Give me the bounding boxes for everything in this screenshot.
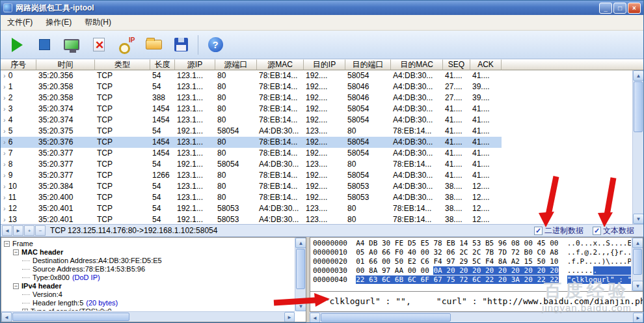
- row-expand-icon[interactable]: ›: [3, 72, 6, 79]
- scroll-left-button[interactable]: ◄: [1, 312, 12, 322]
- packet-row-7[interactable]: ›735:20.377TCP1454123.1...8078:EB:14...1…: [1, 148, 502, 159]
- hex-line-2[interactable]: 00000020 01 66 00 50 E2 C6 F4 97 29 5C F…: [313, 257, 631, 266]
- tree-item-4[interactable]: Type:0x800(DoD IP): [2, 274, 294, 282]
- row-expand-icon[interactable]: ›: [3, 149, 6, 157]
- start-capture-button[interactable]: [4, 33, 30, 57]
- packet-row-1[interactable]: ›135:20.358TCP54123.1...8078:EB:14...192…: [1, 81, 502, 92]
- packet-row-12[interactable]: ›1235:20.401TCP54192.1...58053A4:DB:30..…: [1, 203, 502, 214]
- tree-item-0[interactable]: −Frame: [2, 240, 294, 248]
- packet-row-3[interactable]: ›335:20.374TCP1454123.1...8078:EB:14...1…: [1, 104, 502, 115]
- maximize-button[interactable]: □: [613, 3, 626, 14]
- nav-minus-button[interactable]: −: [35, 225, 46, 236]
- packet-row-0[interactable]: ›035:20.356TCP54123.1...8078:EB:14...192…: [1, 70, 502, 81]
- column-header-11[interactable]: ACK: [470, 59, 502, 70]
- close-button[interactable]: ×: [628, 3, 641, 14]
- row-expand-icon[interactable]: ›: [3, 171, 6, 179]
- row-expand-icon[interactable]: ›: [3, 105, 6, 113]
- text-data-checkbox[interactable]: ✓文本数据: [593, 225, 634, 236]
- scroll-up-button[interactable]: ▲: [295, 238, 306, 248]
- scroll-thumb[interactable]: [321, 313, 451, 322]
- row-expand-icon[interactable]: ›: [3, 160, 6, 168]
- binary-data-checkbox[interactable]: ✓二进制数据: [534, 225, 584, 236]
- tree-item-5[interactable]: −IPv4 header: [2, 282, 294, 290]
- collapse-icon[interactable]: −: [13, 283, 19, 289]
- scroll-thumb[interactable]: [633, 249, 642, 275]
- column-header-2[interactable]: 类型: [95, 59, 150, 70]
- tree-item-8[interactable]: +Type of service(TOS):0x0: [2, 307, 294, 311]
- row-expand-icon[interactable]: ›: [3, 182, 6, 190]
- column-header-0[interactable]: 序号: [1, 59, 36, 70]
- row-expand-icon[interactable]: ›: [3, 116, 6, 124]
- packet-row-10[interactable]: ›1035:20.384TCP54123.1...8078:EB:14...19…: [1, 181, 502, 192]
- minimize-button[interactable]: _: [599, 3, 612, 14]
- nav-next-button[interactable]: ►: [13, 225, 23, 236]
- checkbox-icon[interactable]: ✓: [534, 227, 543, 235]
- nav-prev-button[interactable]: ◄: [2, 225, 12, 236]
- row-expand-icon[interactable]: ›: [3, 138, 6, 146]
- row-expand-icon[interactable]: ›: [3, 204, 6, 212]
- tree-item-7[interactable]: Header length:5(20 bytes): [2, 299, 294, 307]
- column-header-8[interactable]: 目的端口: [345, 59, 391, 70]
- packet-row-13[interactable]: ›1335:20.401TCP54192.1...58053A4:DB:30..…: [1, 214, 502, 224]
- clear-list-button[interactable]: [86, 33, 112, 57]
- packet-row-5[interactable]: ›535:20.375TCP54192.1...58054A4:DB:30...…: [1, 126, 502, 137]
- scroll-up-button[interactable]: ▲: [632, 238, 643, 248]
- scroll-up-button[interactable]: ▲: [633, 70, 643, 81]
- open-file-button[interactable]: [141, 33, 167, 57]
- hex-line-0[interactable]: 00000000 A4 DB 30 FE D5 E5 78 EB 14 53 B…: [313, 239, 631, 248]
- ip-filter-button[interactable]: [113, 33, 139, 57]
- row-expand-icon[interactable]: ›: [3, 83, 6, 91]
- adapter-monitor-button[interactable]: [59, 33, 85, 57]
- save-file-button[interactable]: [168, 33, 194, 57]
- text-view[interactable]: "clklogurl" : "", "curl" : "http://www.b…: [310, 292, 643, 312]
- scroll-down-button[interactable]: ▼: [632, 281, 643, 291]
- tree-horizontal-scrollbar[interactable]: ◄ ►: [1, 311, 295, 322]
- collapse-icon[interactable]: −: [13, 249, 19, 255]
- packet-row-11[interactable]: ›1135:20.400TCP54123.1...8078:EB:14...19…: [1, 192, 502, 203]
- stop-capture-button[interactable]: [31, 33, 57, 57]
- column-header-1[interactable]: 时间: [36, 59, 95, 70]
- column-header-4[interactable]: 源IP: [175, 59, 215, 70]
- scroll-down-button[interactable]: ▼: [295, 301, 306, 311]
- packet-row-2[interactable]: ›235:20.358TCP388123.1...8078:EB:14...19…: [1, 92, 502, 104]
- hex-line-4[interactable]: 00000040 22 63 6C 6B 6C 6F 67 75 72 6C 2…: [313, 275, 631, 285]
- scroll-right-button[interactable]: ►: [284, 312, 295, 322]
- packet-row-8[interactable]: ›835:20.377TCP54192.1...58054A4:DB:30...…: [1, 159, 502, 170]
- hex-line-3[interactable]: 00000030 00 8A 97 AA 00 00 0A 20 20 20 2…: [313, 266, 631, 275]
- menu-item-2[interactable]: 帮助(H): [78, 15, 118, 30]
- column-header-6[interactable]: 源MAC: [257, 59, 304, 70]
- help-button[interactable]: [202, 33, 228, 57]
- column-header-5[interactable]: 源端口: [215, 59, 257, 70]
- column-header-9[interactable]: 目的MAC: [391, 59, 443, 70]
- scroll-thumb[interactable]: [634, 81, 643, 132]
- row-expand-icon[interactable]: ›: [3, 94, 6, 102]
- row-expand-icon[interactable]: ›: [3, 127, 6, 135]
- collapse-icon[interactable]: −: [4, 241, 10, 247]
- packet-row-9[interactable]: ›935:20.377TCP1266123.1...8078:EB:14...1…: [1, 170, 502, 181]
- column-header-10[interactable]: SEQ: [443, 59, 470, 70]
- tree-vertical-scrollbar[interactable]: ▲ ▼: [295, 238, 306, 311]
- row-expand-icon[interactable]: ›: [3, 216, 6, 223]
- scroll-right-button[interactable]: ►: [633, 313, 643, 323]
- expand-icon[interactable]: +: [22, 309, 28, 311]
- scroll-thumb[interactable]: [12, 313, 129, 321]
- tree-item-1[interactable]: −MAC header: [2, 248, 294, 257]
- column-header-3[interactable]: 长度: [150, 59, 175, 70]
- nav-plus-button[interactable]: +: [24, 225, 34, 236]
- hex-vertical-scrollbar[interactable]: ▲ ▼: [632, 238, 643, 291]
- scroll-left-button[interactable]: ◄: [310, 313, 320, 323]
- tree-item-2[interactable]: Destination Address:A4:DB:30:FE:D5:E5: [2, 257, 294, 265]
- column-header-7[interactable]: 目的IP: [304, 59, 345, 70]
- text-horizontal-scrollbar[interactable]: ◄ ►: [310, 312, 643, 322]
- packet-row-4[interactable]: ›435:20.374TCP1454123.1...8078:EB:14...1…: [1, 115, 502, 126]
- menu-item-0[interactable]: 文件(F): [1, 15, 39, 30]
- tree-item-6[interactable]: Version:4: [2, 290, 294, 299]
- tree-item-3[interactable]: Source Address:78:EB:14:53:B5:96: [2, 265, 294, 274]
- hex-view[interactable]: 00000000 A4 DB 30 FE D5 E5 78 EB 14 53 B…: [310, 237, 643, 292]
- table-vertical-scrollbar[interactable]: ▲ ▼: [632, 70, 643, 224]
- hex-line-1[interactable]: 00000010 05 A0 66 F0 40 00 32 06 2C 2C 7…: [313, 248, 631, 257]
- checkbox-icon[interactable]: ✓: [593, 227, 601, 235]
- scroll-thumb[interactable]: [296, 249, 305, 289]
- row-expand-icon[interactable]: ›: [3, 193, 6, 201]
- packet-row-6[interactable]: ›635:20.376TCP1454123.1...8078:EB:14...1…: [1, 137, 502, 148]
